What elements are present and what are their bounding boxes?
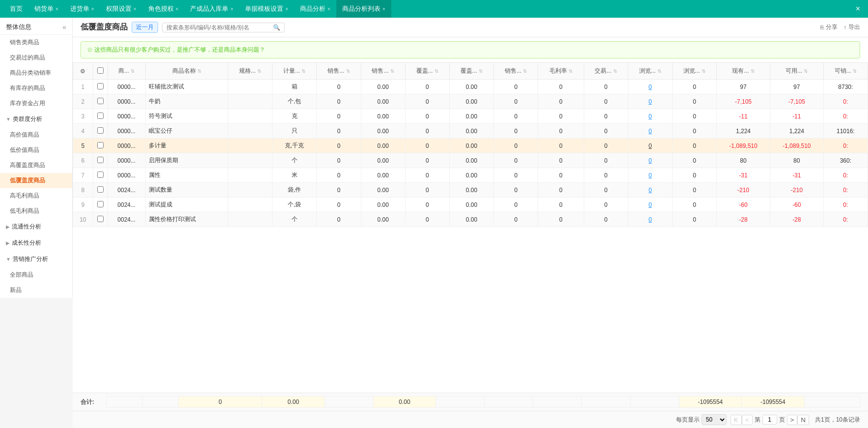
search-input[interactable]	[166, 24, 271, 31]
row-views1[interactable]: 0	[628, 80, 672, 94]
nav-tab-purchase[interactable]: 进货单 ×	[64, 0, 100, 18]
search-box[interactable]: 🔍	[162, 23, 285, 32]
sidebar-item-inventory-capital[interactable]: 库存资金占用	[0, 96, 72, 111]
sidebar-item-new-products[interactable]: 新品	[0, 283, 72, 298]
col-name[interactable]: 商品名称 ⇅	[145, 63, 228, 80]
sidebar-item-stocked-products[interactable]: 有库存的商品	[0, 81, 72, 96]
sidebar-section-growth-analysis[interactable]: ▶ 成长性分析	[0, 235, 72, 251]
row-views1[interactable]: 0	[628, 198, 672, 212]
sidebar-collapse-button[interactable]: «	[62, 23, 66, 31]
settings-icon[interactable]: ⚙	[80, 68, 85, 75]
row-checkbox-cell[interactable]	[93, 198, 108, 212]
row-checkbox[interactable]	[97, 113, 104, 119]
last-page-button[interactable]: N	[797, 415, 809, 425]
col-spec[interactable]: 规格... ⇅	[228, 63, 272, 80]
sidebar-item-traded-products[interactable]: 交易过的商品	[0, 50, 72, 65]
nav-tab-roles[interactable]: 角色授权 ×	[142, 0, 185, 18]
close-icon[interactable]: ×	[134, 6, 136, 12]
row-checkbox[interactable]	[97, 142, 104, 148]
prev-page-button[interactable]: <	[742, 415, 753, 425]
page-number-input[interactable]	[762, 415, 777, 425]
row-views1[interactable]: 0	[628, 139, 672, 153]
next-page-button[interactable]: >	[787, 415, 798, 425]
row-checkbox-cell[interactable]	[93, 109, 108, 124]
row-checkbox[interactable]	[97, 186, 104, 193]
row-views1[interactable]: 0	[628, 109, 672, 124]
nav-tab-template[interactable]: 单据模板设置 ×	[239, 0, 294, 18]
col-sellable[interactable]: 可销... ⇅	[823, 63, 868, 80]
col-views1[interactable]: 浏览... ⇅	[628, 63, 672, 80]
nav-tab-permissions[interactable]: 权限设置 ×	[100, 0, 142, 18]
col-sales-count[interactable]: 销售... ⇅	[494, 63, 538, 80]
col-views2[interactable]: 浏览... ⇅	[672, 63, 716, 80]
row-checkbox-cell[interactable]	[93, 139, 108, 153]
col-unit[interactable]: 计量... ⇅	[272, 63, 317, 80]
close-icon[interactable]: ×	[285, 6, 288, 12]
close-icon[interactable]: ×	[91, 6, 94, 12]
row-checkbox-cell[interactable]	[93, 153, 108, 168]
close-icon[interactable]: ×	[327, 6, 330, 12]
row-checkbox-cell[interactable]	[93, 80, 108, 94]
row-spec	[228, 94, 272, 109]
sidebar-section-group-analysis[interactable]: ▼ 类群度分析	[0, 111, 72, 127]
col-current-stock[interactable]: 现有... ⇅	[717, 63, 770, 80]
sidebar-item-category-rate[interactable]: 商品分类动销率	[0, 65, 72, 81]
nav-tab-product-analysis-list[interactable]: 商品分析列表 ×	[336, 0, 391, 18]
col-available[interactable]: 可用... ⇅	[770, 63, 823, 80]
col-trade[interactable]: 交易... ⇅	[584, 63, 628, 80]
nav-tab-product-analysis[interactable]: 商品分析 ×	[294, 0, 336, 18]
sidebar-item-high-coverage[interactable]: 高覆盖度商品	[0, 158, 72, 173]
col-coverage1[interactable]: 覆盖... ⇅	[405, 63, 449, 80]
close-icon[interactable]: ×	[55, 6, 58, 12]
row-checkbox-cell[interactable]	[93, 168, 108, 183]
sidebar-section-flow-analysis[interactable]: ▶ 流通性分析	[0, 219, 72, 235]
row-views1[interactable]: 0	[628, 168, 672, 183]
col-checkbox[interactable]	[93, 63, 108, 80]
select-all-checkbox[interactable]	[97, 67, 104, 74]
sidebar-item-low-coverage[interactable]: 低覆盖度商品	[0, 173, 72, 188]
col-settings[interactable]: ⚙	[73, 63, 93, 80]
nav-tab-home[interactable]: 首页	[4, 0, 28, 18]
share-button[interactable]: ⎘ 分享	[820, 23, 838, 31]
col-sales-amount[interactable]: 销售... ⇅	[361, 63, 405, 80]
row-checkbox-cell[interactable]	[93, 94, 108, 109]
sidebar-section-marketing-analysis[interactable]: ▼ 营销推广分析	[0, 251, 72, 267]
row-checkbox[interactable]	[97, 157, 104, 163]
col-gross-margin[interactable]: 毛利率 ⇅	[538, 63, 584, 80]
col-coverage2[interactable]: 覆盖... ⇅	[449, 63, 493, 80]
close-icon[interactable]: ×	[230, 6, 233, 12]
period-button[interactable]: 近一月	[132, 22, 158, 33]
row-checkbox-cell[interactable]	[93, 183, 108, 198]
first-page-button[interactable]: K	[731, 415, 742, 425]
sidebar-item-high-margin[interactable]: 高毛利商品	[0, 188, 72, 203]
table-wrapper[interactable]: ⚙ 商... ⇅ 商品名称 ⇅	[73, 62, 868, 393]
sidebar-item-low-margin[interactable]: 低毛利商品	[0, 203, 72, 219]
row-checkbox-cell[interactable]	[93, 212, 108, 227]
row-checkbox[interactable]	[97, 201, 104, 207]
nav-tab-finished-goods[interactable]: 产成品入库单 ×	[184, 0, 239, 18]
close-icon[interactable]: ×	[176, 6, 179, 12]
row-checkbox[interactable]	[97, 127, 104, 134]
col-sales-qty[interactable]: 销售... ⇅	[317, 63, 361, 80]
row-sales-qty: 0	[317, 124, 361, 139]
row-views1[interactable]: 0	[628, 183, 672, 198]
row-views1[interactable]: 0	[628, 212, 672, 227]
row-checkbox-cell[interactable]	[93, 124, 108, 139]
per-page-select[interactable]: 10 20 50 100	[702, 414, 727, 425]
close-icon[interactable]: ×	[382, 6, 385, 12]
sidebar-item-sales-products[interactable]: 销售类商品	[0, 35, 72, 50]
export-button[interactable]: ↑ 导出	[843, 23, 860, 31]
col-code[interactable]: 商... ⇅	[108, 63, 145, 80]
sidebar-item-all-products[interactable]: 全部商品	[0, 267, 72, 283]
row-checkbox[interactable]	[97, 98, 104, 104]
nav-tab-sales[interactable]: 销货单 ×	[28, 0, 64, 18]
sidebar-item-low-value[interactable]: 低价值商品	[0, 143, 72, 158]
window-close-button[interactable]: ×	[852, 4, 864, 13]
row-checkbox[interactable]	[97, 171, 104, 178]
row-views1[interactable]: 0	[628, 124, 672, 139]
sidebar-item-high-value[interactable]: 高价值商品	[0, 127, 72, 143]
row-checkbox[interactable]	[97, 83, 104, 89]
row-views1[interactable]: 0	[628, 94, 672, 109]
row-views1[interactable]: 0	[628, 153, 672, 168]
row-checkbox[interactable]	[97, 216, 104, 222]
